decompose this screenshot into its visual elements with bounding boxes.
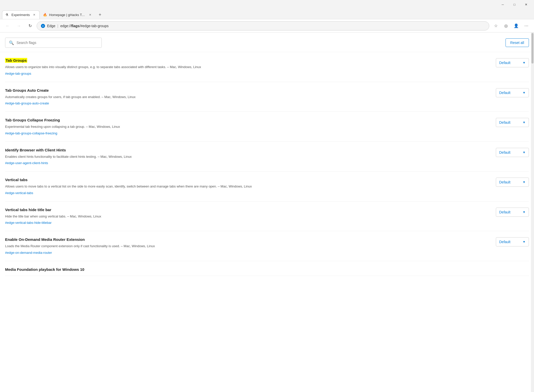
scrollbar-thumb[interactable] (531, 33, 533, 64)
nav-actions: ☆ ◎ 👤 ⋯ (491, 21, 531, 30)
flag-select-media-router[interactable]: Default ▼ (496, 237, 529, 246)
scrollbar-track (531, 33, 534, 392)
flag-title-tab-groups-auto-create: Tab Groups Auto Create (5, 88, 486, 92)
chevron-down-icon: ▼ (523, 180, 526, 184)
address-text: Edge | edge://flags/#edge-tab-groups (47, 24, 109, 28)
address-divider: | (57, 24, 60, 28)
collections-button[interactable]: ◎ (501, 21, 511, 30)
browser-icon: e (41, 24, 45, 28)
flag-content-tab-groups-auto-create: Tab Groups Auto Create Automatically cre… (5, 88, 486, 106)
flag-title-tab-groups-collapse-freezing: Tab Groups Collapse Freezing (5, 118, 486, 122)
flag-link-vertical-tabs-hide-title-bar[interactable]: #edge-vertical-tabs-hide-titlebar (5, 221, 52, 225)
search-icon: 🔍 (9, 40, 14, 45)
page-content: 🔍 Reset all Tab Groups Allows users to o… (0, 33, 534, 392)
flag-link-tab-groups-auto-create[interactable]: #edge-tab-groups-auto-create (5, 101, 49, 105)
flag-description-vertical-tabs: Allows users to move tabs to a vertical … (5, 184, 486, 189)
tab-close-experiments[interactable]: ✕ (32, 13, 36, 17)
tab-experiments[interactable]: ⚗ Experiments ✕ (2, 10, 40, 19)
flag-control-vertical-tabs-hide-title-bar: Default ▼ (496, 208, 529, 217)
flag-link-vertical-tabs[interactable]: #edge-vertical-tabs (5, 191, 33, 195)
new-tab-button[interactable]: + (96, 10, 104, 19)
flag-select-tab-groups[interactable]: Default ▼ (496, 58, 529, 67)
flag-link-media-router[interactable]: #edge-on-demand-media-router (5, 251, 52, 255)
flag-select-value-client-hints: Default (499, 150, 510, 154)
flag-item-vertical-tabs: Vertical tabs Allows users to move tabs … (5, 171, 529, 201)
flag-control-tab-groups-auto-create: Default ▼ (496, 88, 529, 97)
flag-item-vertical-tabs-hide-title-bar: Vertical tabs hide title bar Hide the ti… (5, 201, 529, 231)
search-box: 🔍 (5, 38, 102, 48)
tab-close-ghacks[interactable]: ✕ (88, 13, 92, 17)
flag-content-vertical-tabs: Vertical tabs Allows users to move tabs … (5, 178, 486, 195)
tab-ghacks[interactable]: 🔥 Homepage | gHacks Technology... ✕ (40, 10, 96, 19)
reset-all-button[interactable]: Reset all (506, 38, 529, 47)
flag-description-client-hints: Enables client hints functionality to fa… (5, 154, 486, 159)
flag-description-tab-groups-auto-create: Automatically creates groups for users, … (5, 95, 486, 100)
chevron-down-icon: ▼ (523, 210, 526, 214)
tab-label-experiments: Experiments (11, 13, 30, 17)
flag-select-value-vertical-tabs: Default (499, 180, 510, 184)
flag-control-vertical-tabs: Default ▼ (496, 178, 529, 187)
flag-link-tab-groups-collapse-freezing[interactable]: #edge-tab-groups-collapse-freezing (5, 131, 57, 135)
title-bar: ─ □ ✕ (0, 0, 534, 9)
reload-button[interactable]: ↻ (25, 21, 35, 30)
chevron-down-icon: ▼ (523, 91, 526, 95)
flag-select-tab-groups-collapse-freezing[interactable]: Default ▼ (496, 118, 529, 127)
flag-control-client-hints: Default ▼ (496, 148, 529, 157)
favorites-button[interactable]: ☆ (491, 21, 500, 30)
tab-favicon-ghacks: 🔥 (43, 13, 47, 17)
flag-title-client-hints: Identify Browser with Client Hints (5, 148, 486, 152)
flag-select-value-tab-groups-collapse-freezing: Default (499, 120, 510, 124)
chevron-down-icon: ▼ (523, 61, 526, 65)
forward-button[interactable]: → (14, 21, 23, 30)
flag-control-tab-groups-collapse-freezing: Default ▼ (496, 118, 529, 127)
flag-select-value-media-router: Default (499, 240, 510, 244)
flag-description-tab-groups-collapse-freezing: Experimental tab freezing upon collapsin… (5, 124, 486, 129)
address-url: edge://flags/#edge-tab-groups (60, 24, 109, 28)
flag-description-tab-groups: Allows users to organize tabs into visua… (5, 65, 486, 70)
flag-select-value-tab-groups: Default (499, 61, 510, 65)
flag-item-media-router: Enable On-Demand Media Router Extension … (5, 231, 529, 261)
flag-title-tab-groups: Tab Groups (5, 58, 486, 62)
flag-title-vertical-tabs-hide-title-bar: Vertical tabs hide title bar (5, 208, 486, 212)
chevron-down-icon: ▼ (523, 151, 526, 154)
flag-content-client-hints: Identify Browser with Client Hints Enabl… (5, 148, 486, 165)
flag-item-tab-groups-collapse-freezing: Tab Groups Collapse Freezing Experimenta… (5, 112, 529, 142)
back-button[interactable]: ← (3, 21, 12, 30)
flag-title-media-foundation: Media Foundation playback for Windows 10 (5, 267, 529, 272)
flag-content-media-router: Enable On-Demand Media Router Extension … (5, 237, 486, 255)
flag-select-tab-groups-auto-create[interactable]: Default ▼ (496, 88, 529, 97)
search-input[interactable] (17, 41, 98, 45)
flag-content-vertical-tabs-hide-title-bar: Vertical tabs hide title bar Hide the ti… (5, 208, 486, 225)
flag-link-tab-groups[interactable]: #edge-tab-groups (5, 72, 31, 75)
tab-label-ghacks: Homepage | gHacks Technology... (49, 13, 86, 17)
flag-description-vertical-tabs-hide-title-bar: Hide the title bar when using vertical t… (5, 214, 486, 219)
title-bar-controls: ─ □ ✕ (497, 0, 532, 9)
settings-menu-button[interactable]: ⋯ (522, 21, 531, 30)
search-area: 🔍 Reset all (0, 33, 534, 52)
address-brand: Edge (47, 24, 55, 28)
flag-content-tab-groups: Tab Groups Allows users to organize tabs… (5, 58, 486, 76)
flag-link-client-hints[interactable]: #edge-user-agent-client-hints (5, 161, 48, 165)
maximize-button[interactable]: □ (509, 0, 520, 9)
flag-control-media-router: Default ▼ (496, 237, 529, 246)
profile-button[interactable]: 👤 (512, 21, 521, 30)
flag-description-media-router: Loads the Media Router component extensi… (5, 244, 486, 249)
flag-item-client-hints: Identify Browser with Client Hints Enabl… (5, 142, 529, 172)
nav-bar: ← → ↻ e Edge | edge://flags/#edge-tab-gr… (0, 19, 534, 33)
flag-select-vertical-tabs[interactable]: Default ▼ (496, 178, 529, 187)
minimize-button[interactable]: ─ (497, 0, 509, 9)
flags-list: Tab Groups Allows users to organize tabs… (0, 52, 534, 276)
flag-select-client-hints[interactable]: Default ▼ (496, 148, 529, 157)
flag-title-highlighted: Tab Groups (5, 58, 27, 63)
flag-item-tab-groups: Tab Groups Allows users to organize tabs… (5, 52, 529, 82)
flag-content-media-foundation: Media Foundation playback for Windows 10 (5, 267, 529, 274)
chevron-down-icon: ▼ (523, 240, 526, 244)
close-button[interactable]: ✕ (520, 0, 532, 9)
tab-bar: ⚗ Experiments ✕ 🔥 Homepage | gHacks Tech… (0, 9, 534, 19)
flag-item-tab-groups-auto-create: Tab Groups Auto Create Automatically cre… (5, 82, 529, 112)
flag-select-vertical-tabs-hide-title-bar[interactable]: Default ▼ (496, 208, 529, 217)
flag-control-tab-groups: Default ▼ (496, 58, 529, 67)
flag-item-media-foundation: Media Foundation playback for Windows 10 (5, 261, 529, 276)
flag-title-vertical-tabs: Vertical tabs (5, 178, 486, 182)
address-bar[interactable]: e Edge | edge://flags/#edge-tab-groups (37, 21, 489, 30)
